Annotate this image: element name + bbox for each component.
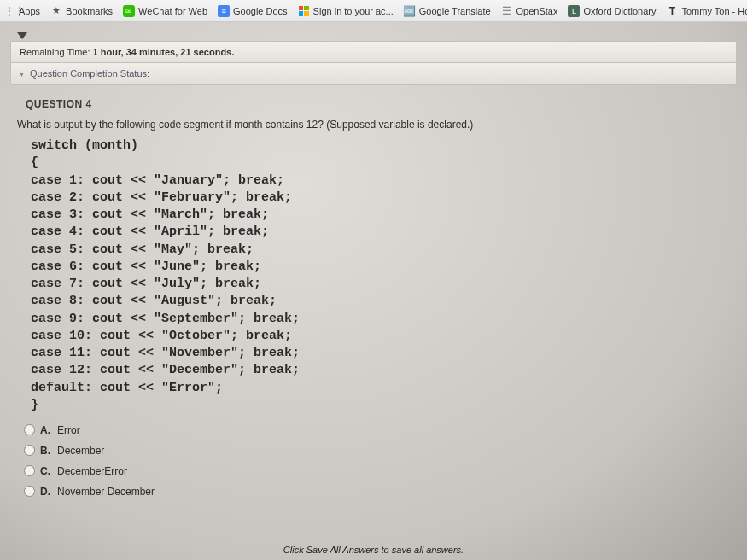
translate-label: Google Translate	[419, 6, 491, 16]
radio-b[interactable]	[24, 445, 35, 456]
apps-link[interactable]: ⋮⋮⋮ Apps	[3, 5, 40, 17]
timer-value: 1 hour, 34 minutes, 21 seconds.	[93, 47, 235, 57]
bookmarks-label: Bookmarks	[66, 6, 113, 16]
option-a[interactable]: A. Error	[24, 423, 730, 436]
docs-label: Google Docs	[233, 6, 288, 16]
signin-label: Sign in to your ac...	[313, 6, 394, 16]
option-a-text: Error	[57, 424, 80, 436]
option-c[interactable]: C. DecemberError	[24, 464, 730, 477]
question-content: QUESTION 4 What is output by the followi…	[10, 85, 737, 498]
code-block: switch (month) { case 1: cout << "Januar…	[31, 137, 730, 414]
oxford-label: Oxford Dictionary	[583, 6, 656, 16]
radio-d[interactable]	[24, 486, 35, 497]
tommy-label: Tommy Ton - Hom...	[681, 6, 747, 16]
option-d-text: November December	[57, 486, 155, 498]
t-icon: T	[666, 5, 678, 17]
dropdown-icon[interactable]	[17, 32, 27, 39]
expand-icon: ▾	[20, 69, 24, 79]
wechat-link[interactable]: ✉ WeChat for Web	[123, 5, 207, 17]
option-b-text: December	[57, 445, 104, 457]
option-d-letter: D.	[40, 486, 50, 498]
page-body: Remaining Time: 1 hour, 34 minutes, 21 s…	[0, 22, 747, 560]
option-c-text: DecemberError	[57, 465, 127, 477]
bookmark-bar: ⋮⋮⋮ Apps ★ Bookmarks ✉ WeChat for Web ≡ …	[0, 0, 747, 22]
docs-icon: ≡	[218, 5, 230, 17]
tommy-link[interactable]: T Tommy Ton - Hom...	[666, 5, 747, 17]
grid-icon: ⋮⋮⋮	[3, 5, 15, 17]
star-icon: ★	[50, 5, 62, 17]
option-b[interactable]: B. December	[24, 443, 730, 457]
oxford-icon: L	[568, 5, 580, 17]
openstax-icon: ☰	[501, 5, 513, 17]
save-hint: Click Save All Answers to save all answe…	[0, 545, 747, 555]
signin-link[interactable]: Sign in to your ac...	[298, 5, 394, 17]
translate-icon: 🔤	[404, 5, 416, 17]
bookmarks-link[interactable]: ★ Bookmarks	[50, 5, 113, 17]
options-group: A. Error B. December C. DecemberError D.…	[24, 423, 730, 498]
status-bar[interactable]: ▾ Question Completion Status:	[10, 63, 737, 85]
docs-link[interactable]: ≡ Google Docs	[218, 5, 288, 17]
question-number: QUESTION 4	[26, 98, 730, 110]
translate-link[interactable]: 🔤 Google Translate	[404, 5, 491, 17]
wechat-label: WeChat for Web	[138, 6, 207, 16]
radio-a[interactable]	[24, 424, 35, 435]
openstax-link[interactable]: ☰ OpenStax	[501, 5, 558, 17]
timer-bar: Remaining Time: 1 hour, 34 minutes, 21 s…	[10, 41, 737, 63]
oxford-link[interactable]: L Oxford Dictionary	[568, 5, 656, 17]
option-c-letter: C.	[40, 465, 50, 477]
apps-label: Apps	[19, 6, 40, 16]
radio-c[interactable]	[24, 465, 35, 476]
timer-label: Remaining Time:	[20, 47, 90, 57]
option-d[interactable]: D. November December	[24, 484, 730, 498]
openstax-label: OpenStax	[516, 6, 558, 16]
status-label: Question Completion Status:	[30, 68, 149, 79]
option-b-letter: B.	[40, 445, 50, 457]
wechat-icon: ✉	[123, 5, 135, 17]
option-a-letter: A.	[40, 424, 50, 436]
microsoft-icon	[298, 5, 310, 17]
question-text: What is output by the following code seg…	[17, 119, 730, 131]
